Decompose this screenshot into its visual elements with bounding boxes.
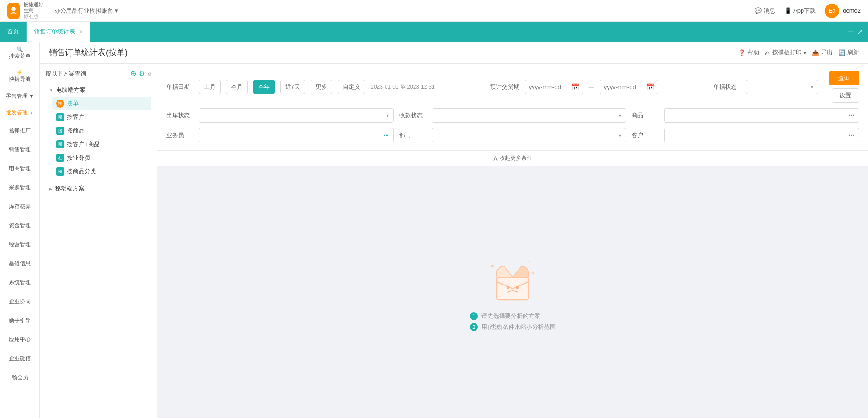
sidebar: 🔍 搜索菜单 ⚡ 快捷导航 零售管理 批发管理 营销推广 销售管理 电商管理 采… — [0, 42, 40, 418]
expected-date-start[interactable]: 📅 — [525, 80, 583, 94]
sidebar-item-sales[interactable]: 销售管理 — [0, 140, 39, 159]
svg-point-5 — [507, 286, 509, 289]
top-center: 办公用品行业模拟账套 ▾ — [47, 7, 755, 15]
status-dropdown[interactable]: ▾ — [746, 80, 818, 94]
expected-date-end-input[interactable] — [604, 84, 645, 90]
tree-group-mobile[interactable]: ▶ 移动端方案 — [45, 182, 151, 195]
top-bar: 畅捷通好生意 标准版 办公用品行业模拟账套 ▾ 💬 消息 📱 App下载 Ea … — [0, 0, 868, 22]
tab-maximize-btn[interactable]: ⤢ — [857, 28, 863, 36]
sales-label: 业务员 — [166, 131, 193, 139]
industry-selector[interactable]: 办公用品行业模拟账套 ▾ — [54, 7, 118, 15]
content-area: 销售订单统计表(按单) ❓ 帮助 🖨 按模板打印 ▾ 📤 导出 🔄 刷新 — [40, 42, 868, 418]
edit-scheme-btn[interactable]: ⚙ — [139, 70, 145, 78]
page-title: 销售订单统计表(按单) — [49, 47, 127, 58]
app-download-btn[interactable]: 📱 App下载 — [784, 7, 816, 15]
empty-hint-2: 2 用[过滤]条件来缩小分析范围 — [470, 323, 555, 331]
dept-arrow: ▾ — [619, 133, 621, 138]
sales-field[interactable]: ··· — [199, 128, 394, 142]
receipt-status-dropdown[interactable]: ▾ — [432, 108, 627, 123]
by-salesperson-icon: 柱 — [56, 154, 64, 162]
tab-close-btn[interactable]: × — [80, 28, 83, 35]
sidebar-search[interactable]: 🔍 搜索菜单 — [0, 42, 39, 65]
filter-row-personnel: 业务员 ··· 部门 ▾ — [166, 128, 859, 142]
sidebar-item-retail[interactable]: 零售管理 — [0, 88, 39, 104]
tab-sales-order[interactable]: 销售订单统计表 × — [27, 22, 90, 42]
customer-field[interactable]: ··· — [664, 128, 859, 142]
collapse-panel-btn[interactable]: « — [147, 70, 151, 78]
empty-icon — [486, 252, 540, 307]
hint-num-1: 1 — [470, 312, 478, 320]
query-btn[interactable]: 查询 — [829, 71, 859, 86]
custom-date-btn[interactable]: 自定义 — [338, 80, 365, 94]
seven-days-btn[interactable]: 近7天 — [280, 80, 305, 94]
sidebar-item-member[interactable]: 畅会员 — [0, 368, 39, 387]
sidebar-item-appcenter[interactable]: 应用中心 — [0, 330, 39, 349]
tab-home[interactable]: 首页 — [0, 22, 27, 42]
export-btn[interactable]: 📤 导出 — [812, 48, 833, 57]
user-area[interactable]: Ea demo2 — [825, 4, 861, 18]
tree-item-by-category[interactable]: 图 按商品分类 — [52, 165, 151, 178]
sidebar-item-system[interactable]: 系统管理 — [0, 273, 39, 292]
calendar-start-icon[interactable]: 📅 — [571, 83, 579, 90]
tree-group-pc[interactable]: ▼ 电脑端方案 — [45, 83, 151, 97]
svg-point-3 — [532, 272, 534, 274]
sidebar-item-operations[interactable]: 经营管理 — [0, 235, 39, 254]
settings-btn[interactable]: 设置 — [832, 88, 859, 103]
out-status-dropdown[interactable]: ▾ — [199, 108, 394, 123]
sidebar-item-enterprise[interactable]: 企业协同 — [0, 292, 39, 311]
prev-month-btn[interactable]: 上月 — [199, 80, 221, 94]
sidebar-item-wholesale[interactable]: 批发管理 — [0, 104, 39, 121]
tree-item-by-customer[interactable]: 图 按客户 — [52, 110, 151, 124]
customer-more-btn[interactable]: ··· — [849, 132, 854, 139]
out-status-label: 出库状态 — [166, 111, 193, 119]
add-scheme-btn[interactable]: ⊕ — [130, 69, 136, 78]
right-panel: 单据日期 上月 本月 本年 近7天 更多 自定义 2023-01-01 至 20… — [157, 64, 868, 418]
dept-label: 部门 — [399, 131, 426, 139]
sidebar-item-purchase[interactable]: 采购管理 — [0, 178, 39, 197]
tree-item-by-order[interactable]: 按 按单 — [52, 97, 151, 110]
sidebar-item-finance[interactable]: 资金管理 — [0, 216, 39, 235]
by-order-icon: 按 — [56, 100, 64, 108]
filter-row-status: 出库状态 ▾ 收款状态 ▾ — [166, 108, 859, 123]
svg-point-4 — [528, 261, 529, 262]
sidebar-item-marketing[interactable]: 营销推广 — [0, 121, 39, 140]
sidebar-item-inventory[interactable]: 库存核算 — [0, 197, 39, 216]
sidebar-item-wechat[interactable]: 企业微信 — [0, 349, 39, 368]
this-month-btn[interactable]: 本月 — [226, 80, 248, 94]
calendar-end-icon[interactable]: 📅 — [646, 83, 654, 90]
more-date-btn[interactable]: 更多 — [311, 80, 332, 94]
tree-item-by-salesperson[interactable]: 柱 按业务员 — [52, 151, 151, 165]
tab-minimize-btn[interactable]: ─ — [848, 28, 853, 36]
empty-state: 1 请先选择要分析的方案 2 用[过滤]条件来缩小分析范围 — [157, 166, 868, 418]
expected-date-start-input[interactable] — [529, 84, 570, 90]
page-header: 销售订单统计表(按单) ❓ 帮助 🖨 按模板打印 ▾ 📤 导出 🔄 刷新 — [40, 42, 868, 64]
sidebar-item-ecommerce[interactable]: 电商管理 — [0, 159, 39, 178]
date-range-text: 2023-01-01 至 2023-12-31 — [371, 83, 434, 91]
inner-layout: 按以下方案查询 ⊕ ⚙ « ▼ 电脑端方案 按 按单 — [40, 64, 868, 418]
by-customer-goods-icon: 图 — [56, 140, 64, 148]
collapse-btn[interactable]: ⋀ 收起更多条件 — [157, 150, 868, 166]
sidebar-quick-nav[interactable]: ⚡ 快捷导航 — [0, 65, 39, 88]
sales-more-btn[interactable]: ··· — [383, 132, 389, 139]
help-btn[interactable]: ❓ 帮助 — [738, 48, 759, 57]
tree-item-by-goods[interactable]: 图 按商品 — [52, 124, 151, 138]
refresh-btn[interactable]: 🔄 刷新 — [838, 48, 859, 57]
empty-hints: 1 请先选择要分析的方案 2 用[过滤]条件来缩小分析范围 — [470, 312, 555, 331]
dept-dropdown[interactable]: ▾ — [432, 128, 627, 142]
svg-point-2 — [491, 265, 494, 267]
sidebar-item-basicinfo[interactable]: 基础信息 — [0, 254, 39, 273]
expected-date-end[interactable]: 📅 — [600, 80, 658, 94]
goods-more-btn[interactable]: ··· — [849, 112, 854, 119]
template-print-btn[interactable]: 🖨 按模板打印 ▾ — [764, 48, 807, 57]
logo-text: 畅捷通好生意 标准版 — [24, 2, 47, 20]
goods-field[interactable]: ··· — [664, 108, 859, 123]
left-panel-header: 按以下方案查询 ⊕ ⚙ « — [45, 69, 151, 78]
page-actions: ❓ 帮助 🖨 按模板打印 ▾ 📤 导出 🔄 刷新 — [738, 48, 859, 57]
sidebar-item-guide[interactable]: 新手引导 — [0, 311, 39, 330]
top-right: 💬 消息 📱 App下载 Ea demo2 — [755, 4, 861, 18]
tree-item-by-customer-goods[interactable]: 图 按客户+商品 — [52, 138, 151, 151]
app-logo-icon — [7, 3, 20, 19]
this-year-btn[interactable]: 本年 — [253, 80, 275, 94]
by-category-icon: 图 — [56, 167, 64, 176]
messages-btn[interactable]: 💬 消息 — [755, 7, 775, 15]
